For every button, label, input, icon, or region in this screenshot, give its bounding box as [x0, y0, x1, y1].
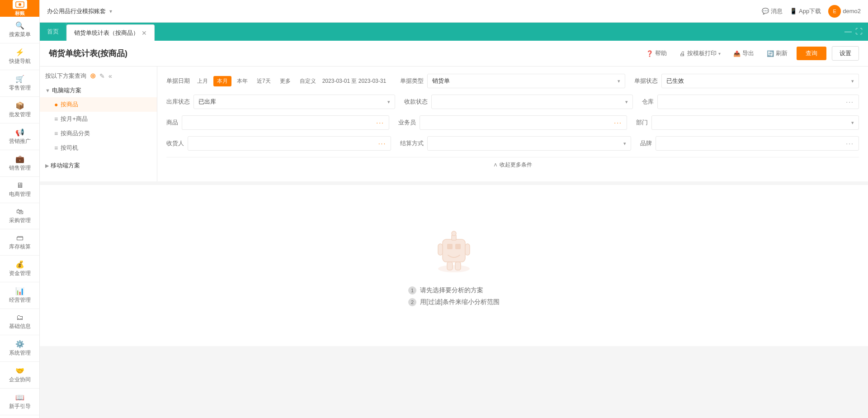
salesman-label: 业务员: [389, 119, 420, 127]
doc-type-select[interactable]: 销货单 ▾: [427, 74, 625, 88]
settings-btn[interactable]: 设置: [832, 46, 859, 61]
export-btn[interactable]: 📤 导出: [730, 48, 758, 59]
plan-item-by-product[interactable]: ● 按商品: [40, 97, 157, 112]
edit-plan-icon[interactable]: ✎: [99, 73, 105, 79]
sidebar-item-corp[interactable]: 🤝 企业协同: [0, 362, 39, 389]
logo-text: 标账: [15, 10, 25, 17]
date-tab-thismonth[interactable]: 本月: [213, 76, 231, 86]
plan-section-desktop: ▼ 电脑端方案 ● 按商品 ≡ 按月+商品 ≡ 按商品分类: [40, 84, 157, 159]
date-tab-7days[interactable]: 近7天: [253, 76, 274, 86]
app-download-btn[interactable]: 📱 App下载: [790, 7, 821, 15]
payment-select[interactable]: ▾: [431, 95, 633, 109]
page-header: 销货单统计表(按商品) ❓ 帮助 🖨 按模板打印 ▾ 📤 导出 🔄 刷新: [40, 41, 868, 66]
goods-select[interactable]: ···: [182, 115, 389, 130]
sidebar-item-shortcut[interactable]: ⚡ 快捷导航: [0, 43, 39, 70]
sidebar-item-inventory[interactable]: 🗃 库存核算: [0, 229, 39, 256]
receiver-label: 收货人: [166, 139, 188, 147]
plan-section-mobile-title[interactable]: ▶ 移动端方案: [40, 159, 157, 172]
svg-rect-4: [447, 244, 453, 249]
collapse-bar[interactable]: ∧ 收起更多条件: [166, 157, 859, 172]
plan-item-by-month-product[interactable]: ≡ 按月+商品: [40, 112, 157, 126]
dept-select[interactable]: ▾: [651, 115, 859, 130]
sidebar-item-marketing[interactable]: 📢 营销推广: [0, 124, 39, 150]
sidebar-item-search[interactable]: 🔍 搜索菜单: [0, 17, 39, 43]
plan-item-by-driver[interactable]: ≡ 按司机: [40, 141, 157, 155]
plan-item-by-driver-label: 按司机: [61, 144, 78, 152]
sidebar-item-guide[interactable]: 📖 新手引导: [0, 389, 39, 415]
tab-max-icon[interactable]: ⛶: [855, 28, 863, 36]
message-btn[interactable]: 💬 消息: [762, 7, 783, 15]
right-filter-panel: 单据日期 上月 本月 本年 近7天 更多 自定义 2023-03-01 至 20…: [157, 66, 868, 181]
empty-state: 1 请先选择要分析的方案 2 用[过滤]条件来缩小分析范围: [40, 185, 868, 346]
payment-label: 收款状态: [395, 98, 431, 106]
sales-icon: 💼: [2, 155, 38, 163]
tab-close-icon[interactable]: ✕: [142, 30, 147, 36]
add-plan-icon[interactable]: ⊕: [90, 72, 96, 80]
app-download-label: App下载: [799, 7, 821, 15]
page-actions: ❓ 帮助 🖨 按模板打印 ▾ 📤 导出 🔄 刷新 查询: [642, 46, 859, 66]
avatar-text: E: [833, 9, 836, 14]
receiver-select[interactable]: ···: [188, 136, 391, 151]
query-btn[interactable]: 查询: [797, 47, 826, 60]
date-tab-lastmonth[interactable]: 上月: [193, 76, 212, 86]
svg-point-1: [19, 3, 21, 6]
help-btn[interactable]: ❓ 帮助: [642, 48, 670, 59]
refresh-btn[interactable]: 🔄 刷新: [763, 48, 791, 59]
tab-min-icon[interactable]: —: [844, 28, 852, 36]
sidebar-item-finance-label: 资金管理: [2, 270, 38, 277]
sidebar-item-finance[interactable]: 💰 资金管理: [0, 256, 39, 282]
doc-type-label-text: 单据类型: [391, 77, 427, 85]
avatar: E: [828, 5, 841, 18]
settings-label: 设置: [840, 50, 851, 57]
sidebar-item-basics[interactable]: 🗂 基础信息: [0, 309, 39, 335]
brand-select[interactable]: ···: [656, 136, 859, 151]
basics-icon: 🗂: [2, 314, 38, 322]
left-panel: 按以下方案查询 ⊕ ✎ « ▼ 电脑端方案 ● 按商品 ≡: [40, 66, 157, 181]
stock-status-label: 出库状态: [166, 98, 193, 106]
warehouse-select[interactable]: ···: [657, 95, 859, 109]
nav-arrow: ▾: [109, 8, 112, 14]
collapse-panel-icon[interactable]: «: [108, 73, 112, 79]
plan-section-mobile: ▶ 移动端方案: [40, 159, 157, 176]
plan-item-month-icon: ≡: [54, 115, 58, 123]
top-nav-left: 办公用品行业模拟账套 ▾: [47, 7, 112, 15]
sidebar-item-wholesale[interactable]: 📦 批发管理: [0, 97, 39, 124]
sidebar-item-appcenter[interactable]: 📱 应用中心: [0, 415, 39, 418]
tab-sales-stat[interactable]: 销货单统计表（按商品） ✕: [66, 24, 155, 41]
user-area[interactable]: E demo2: [828, 5, 861, 18]
tab-home[interactable]: 首页: [40, 23, 66, 41]
retail-icon: 🛒: [2, 75, 38, 83]
warehouse-label: 仓库: [633, 98, 657, 106]
sidebar-item-retail-label: 零售管理: [2, 84, 38, 92]
empty-tip-1-text: 请先选择要分析的方案: [420, 286, 483, 294]
sidebar-item-sales-label: 销售管理: [2, 164, 38, 172]
plan-item-by-category[interactable]: ≡ 按商品分类: [40, 126, 157, 141]
section-arrow-icon: ▼: [45, 88, 50, 93]
sidebar-item-operations[interactable]: 📊 经营管理: [0, 282, 39, 309]
ecommerce-icon: 🖥: [2, 181, 38, 190]
plan-section-desktop-title[interactable]: ▼ 电脑端方案: [40, 84, 157, 97]
date-tab-thisyear[interactable]: 本年: [233, 76, 251, 86]
page-content: 销货单统计表(按商品) ❓ 帮助 🖨 按模板打印 ▾ 📤 导出 🔄 刷新: [40, 41, 868, 418]
sidebar-item-system[interactable]: ⚙️ 系统管理: [0, 335, 39, 362]
sidebar-item-retail[interactable]: 🛒 零售管理: [0, 70, 39, 97]
settlement-select[interactable]: ▾: [427, 136, 631, 151]
print-btn[interactable]: 🖨 按模板打印 ▾: [676, 48, 724, 59]
doc-status-select[interactable]: 已生效 ▾: [661, 74, 859, 88]
svg-rect-3: [443, 239, 465, 262]
left-panel-header: 按以下方案查询 ⊕ ✎ «: [40, 72, 157, 84]
sidebar-item-corp-label: 企业协同: [2, 376, 38, 384]
section-title-label: 电脑端方案: [52, 86, 81, 95]
sidebar-item-ecommerce[interactable]: 🖥 电商管理: [0, 177, 39, 203]
sidebar-item-guide-label: 新手引导: [2, 403, 38, 410]
salesman-select[interactable]: ···: [420, 115, 627, 130]
stock-status-select[interactable]: 已出库 ▾: [193, 95, 395, 109]
sidebar-item-search-label: 搜索菜单: [2, 31, 38, 38]
sidebar-item-purchase[interactable]: 🛍 采购管理: [0, 203, 39, 229]
sidebar-item-sales[interactable]: 💼 销售管理: [0, 150, 39, 177]
brand-dots-icon: ···: [846, 140, 854, 147]
purchase-icon: 🛍: [2, 208, 38, 216]
date-tab-custom[interactable]: 自定义: [296, 76, 320, 86]
warehouse-dots-icon: ···: [846, 98, 854, 105]
date-tab-more[interactable]: 更多: [276, 76, 294, 86]
